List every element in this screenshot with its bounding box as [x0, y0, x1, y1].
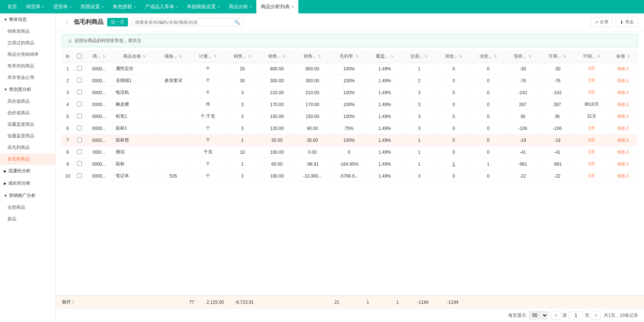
cell-checkbox[interactable]: [74, 63, 85, 75]
row-checkbox[interactable]: [77, 161, 82, 166]
cell-checkbox[interactable]: [74, 170, 85, 182]
per-page-select[interactable]: 50 20 100: [529, 311, 548, 319]
sidebar-group-marketing[interactable]: ▼ 营销推广分析: [0, 189, 55, 202]
close-purchase-icon[interactable]: ×: [69, 4, 71, 9]
cell-spec: 参加复试: [156, 75, 191, 87]
page-number-input[interactable]: [568, 312, 583, 319]
col-unit[interactable]: 计量... ⇅: [190, 50, 225, 63]
close-template-icon[interactable]: ×: [217, 4, 220, 9]
cell-transaction: 3: [402, 122, 436, 134]
cell-margin: 100%: [331, 134, 368, 146]
cell-views2: 0: [471, 122, 506, 134]
col-saleable[interactable]: 可销... ⇅: [574, 50, 609, 63]
sidebar-item-in-stock[interactable]: 有库存的商品: [0, 60, 55, 72]
cell-checkbox[interactable]: [74, 122, 85, 134]
cell-checkbox[interactable]: [74, 134, 85, 146]
sidebar-item-low-coverage[interactable]: 低覆盖度商品: [0, 130, 55, 142]
row-checkbox[interactable]: [77, 90, 82, 95]
col-spec[interactable]: 规格... ⇅: [156, 50, 191, 63]
cell-views1[interactable]: 1: [436, 158, 471, 170]
close-permission-icon[interactable]: ×: [102, 4, 104, 9]
col-views1[interactable]: 浏览... ⇅: [436, 50, 471, 63]
share-button[interactable]: ↗ 分享: [590, 17, 613, 27]
cell-coverage: 1.49%: [368, 158, 402, 170]
col-views2[interactable]: 浏览... ⇅: [471, 50, 506, 63]
cell-sales-qty: 30: [225, 75, 260, 87]
sidebar-item-new-products[interactable]: 新品: [0, 213, 55, 225]
filter-button[interactable]: 近一月: [107, 18, 128, 26]
close-list-icon[interactable]: ×: [291, 4, 294, 9]
row-checkbox[interactable]: [77, 173, 82, 178]
row-checkbox[interactable]: [77, 102, 82, 106]
nav-role[interactable]: 角色授权 ×: [108, 0, 140, 13]
col-name[interactable]: 商品名称 ⇅: [113, 50, 156, 63]
cell-sales-price: 60.00: [260, 158, 294, 170]
sidebar-group-overview[interactable]: ▼ 整体信息: [0, 13, 55, 26]
col-current[interactable]: 现有... ⇅: [506, 50, 540, 63]
cell-spec: 535: [156, 170, 191, 182]
row-checkbox[interactable]: [77, 149, 82, 154]
cell-margin: 100%: [331, 63, 368, 75]
nav-product-list[interactable]: 商品分析列表 ×: [256, 0, 298, 13]
sidebar-item-all-products[interactable]: 全部商品: [0, 202, 55, 213]
sidebar-item-high-value[interactable]: 高价值商品: [0, 96, 55, 107]
col-margin[interactable]: 毛利率 ⇅: [331, 50, 368, 63]
next-page-button[interactable]: ＞: [591, 311, 601, 320]
cell-checkbox[interactable]: [74, 146, 85, 158]
export-button[interactable]: ⬇ 导出: [616, 17, 638, 27]
row-checkbox[interactable]: [77, 78, 82, 83]
col-settings[interactable]: ⚙: [62, 50, 74, 63]
sidebar-item-high-coverage[interactable]: 高覆盖度商品: [0, 119, 55, 130]
select-all-checkbox[interactable]: [77, 54, 82, 58]
sidebar-item-low-value[interactable]: 低价值商品: [0, 107, 55, 119]
sidebar-item-traded-products[interactable]: 交易过的商品: [0, 37, 55, 49]
col-code[interactable]: 商... ⇅: [85, 50, 113, 63]
col-available[interactable]: 可用... ⇅: [540, 50, 574, 63]
share-icon: ↗: [595, 20, 598, 25]
cell-unit: 个: [190, 87, 225, 99]
sidebar-item-capital-usage[interactable]: 库存资金占用: [0, 72, 55, 83]
nav-permission[interactable]: 权限设置 ×: [76, 0, 108, 13]
col-sales-price[interactable]: 销售... ⇅: [260, 50, 294, 63]
col-sales-profit[interactable]: 销售... ⇅: [294, 50, 331, 63]
row-checkbox[interactable]: [77, 114, 82, 118]
footer-views2: 1: [377, 300, 399, 305]
cell-checkbox[interactable]: [74, 87, 85, 99]
col-tag[interactable]: 标签 ⇅: [609, 50, 638, 63]
close-analysis-icon[interactable]: ×: [250, 4, 252, 9]
sidebar-item-sales-products[interactable]: 销售类商品: [0, 26, 55, 37]
nav-template[interactable]: 单据模板设置 ×: [182, 0, 224, 13]
close-stock-icon[interactable]: ×: [176, 4, 178, 9]
sidebar-item-high-margin[interactable]: 高毛利商品: [0, 142, 55, 153]
sidebar-group-liquidity[interactable]: ▶ 流通性分析: [0, 165, 55, 177]
settings-icon[interactable]: ⚙: [65, 54, 70, 59]
row-checkbox[interactable]: [77, 125, 82, 130]
nav-purchase[interactable]: 进货单 ×: [49, 0, 76, 13]
collapse-sidebar-button[interactable]: 《: [62, 17, 70, 27]
cell-checkbox[interactable]: [74, 99, 85, 111]
cell-name: 吴细细1: [113, 75, 156, 87]
close-role-icon[interactable]: ×: [134, 4, 136, 9]
cell-code: 0000...: [85, 63, 113, 75]
nav-stock-in[interactable]: 产成品入库单 ×: [141, 0, 182, 13]
search-icon[interactable]: 🔍: [234, 20, 240, 25]
row-checkbox[interactable]: [77, 137, 82, 142]
nav-product-analysis[interactable]: 商品分析 ×: [224, 0, 256, 13]
cell-checkbox[interactable]: [74, 75, 85, 87]
nav-sales[interactable]: 销货单 ×: [22, 0, 49, 13]
nav-home[interactable]: 首页: [3, 0, 22, 13]
prev-page-button[interactable]: ＜: [551, 311, 561, 320]
col-coverage[interactable]: 覆盖... ⇅: [368, 50, 402, 63]
cell-checkbox[interactable]: [74, 158, 85, 170]
sidebar-item-low-margin[interactable]: 低毛利商品: [0, 153, 55, 165]
sidebar-group-growth[interactable]: ▶ 成长性分析: [0, 177, 55, 189]
cell-views1: 0: [436, 134, 471, 146]
cell-checkbox[interactable]: [74, 111, 85, 122]
sidebar-group-category[interactable]: ▼ 类别度分析: [0, 83, 55, 96]
close-sales-icon[interactable]: ×: [42, 4, 44, 9]
col-transaction[interactable]: 交易... ⇅: [402, 50, 436, 63]
sidebar-item-category-rate[interactable]: 商品分类助销率: [0, 49, 55, 60]
row-checkbox[interactable]: [77, 66, 82, 71]
col-sales-qty[interactable]: 销售... ⇅: [225, 50, 260, 63]
search-input[interactable]: [135, 20, 234, 25]
